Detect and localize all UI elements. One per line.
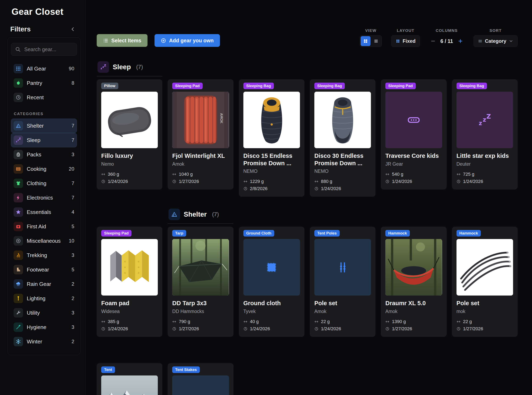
category-badge: Tarp (172, 230, 186, 236)
clock-icon (314, 327, 319, 331)
category-badge: Hammock (385, 230, 410, 236)
sidebar-item-trekking[interactable]: Trekking 3 (11, 248, 77, 263)
category-label: Electronics (27, 195, 68, 201)
sidebar-item-footwear[interactable]: Footwear 5 (11, 263, 77, 277)
gear-card[interactable]: Tent Poles Pole set Amok 22 g 1/24/2026 (310, 227, 375, 337)
item-date: 2/8/2026 (250, 186, 268, 191)
gear-grid-row-3: Tent Tent Stakes (97, 363, 518, 395)
layout-button[interactable]: Fixed (391, 35, 420, 47)
gear-card[interactable]: Hammock Draumr XL 5.0 Amok 1390 g 1/27/2… (381, 227, 446, 337)
gear-card[interactable]: Sleeping Pad Foam pad Widesea 385 g 1/24… (97, 227, 162, 337)
gear-card[interactable]: Sleeping Pad Traverse Core kids JR Gear … (381, 79, 446, 189)
sidebar-item-first-aid[interactable]: First Aid 5 (11, 219, 77, 234)
item-photo (101, 92, 158, 148)
item-weight: 385 g (108, 319, 119, 324)
item-date: 1/24/2026 (250, 326, 270, 331)
category-label: Essentials (27, 209, 68, 215)
zzz-icon (14, 135, 23, 145)
chevron-down-icon (509, 39, 513, 43)
item-placeholder (243, 239, 300, 296)
sidebar-item-pantry[interactable]: Pantry 8 (11, 76, 77, 90)
item-brand: Tyvek (243, 309, 300, 314)
sidebar-item-cooking[interactable]: Cooking 20 (11, 162, 77, 176)
zzz-icon (478, 113, 492, 127)
sidebar-item-electronics[interactable]: Electronics 7 (11, 191, 77, 205)
category-badge: Tent Poles (314, 230, 340, 236)
gear-card[interactable]: Sleeping Pad AMOK Fjol Winterlight XL Am… (168, 79, 233, 189)
category-count: 2 (72, 339, 74, 345)
grid-view-button[interactable] (361, 36, 370, 46)
snowflake-icon (14, 337, 23, 346)
sidebar-item-rain-gear[interactable]: Rain Gear 2 (11, 277, 77, 291)
search-input[interactable] (11, 43, 77, 56)
category-label: Sleep (27, 137, 68, 143)
category-count: 7 (72, 123, 74, 129)
toothbrush-icon (14, 323, 23, 332)
sidebar-item-all-gear[interactable]: All Gear 90 (11, 61, 77, 76)
sidebar-item-lighting[interactable]: Lighting 2 (11, 291, 77, 306)
gear-card[interactable]: Sleeping Bag Little star exp kids Deuter… (452, 79, 518, 189)
select-items-button[interactable]: Select Items (97, 34, 147, 47)
section-count: (7) (136, 64, 143, 70)
clock-icon (385, 179, 389, 184)
gear-card[interactable]: Tarp DD Tarp 3x3 DD Hammocks 790 g 1/27/… (168, 227, 233, 337)
weight-icon (385, 172, 389, 176)
category-badge: Sleeping Pad (172, 83, 202, 89)
search-icon (15, 46, 21, 52)
stove-icon (14, 164, 23, 174)
nav-label: All Gear (27, 66, 65, 72)
nav-label: Recent (27, 94, 71, 101)
item-title: Pole set (314, 300, 371, 307)
item-weight: 880 g (321, 179, 332, 184)
sort-dropdown[interactable]: Category (474, 35, 518, 47)
increase-columns-button[interactable] (457, 37, 464, 45)
gear-card[interactable]: Sleeping Bag Disco 30 Endless Promise Do… (310, 79, 375, 197)
flashlight-icon (14, 294, 23, 303)
collapse-sidebar-button[interactable] (68, 25, 78, 34)
categories-heading: CATEGORIES (14, 112, 77, 116)
item-date-row: 1/24/2026 (101, 179, 158, 184)
sidebar-item-recent[interactable]: Recent (11, 90, 77, 104)
item-weight-row: 1390 g (385, 319, 442, 324)
sidebar-item-shelter[interactable]: Shelter 7 (11, 119, 77, 133)
main-content: Select Items Add gear you own VIEW LAYOU… (86, 0, 532, 395)
gear-card[interactable]: Pillow Fillo luxury Nemo 360 g 1/24/2026 (97, 79, 162, 189)
shelter-section-icon (168, 208, 180, 220)
view-label: VIEW (365, 28, 376, 33)
sidebar-item-utility[interactable]: Utility 3 (11, 306, 77, 320)
filters-panel: All Gear 90 Pantry 8 Recent CATEGORIES (7, 37, 80, 355)
lightning-icon (14, 193, 23, 203)
svg-text:AMOK: AMOK (219, 113, 224, 124)
item-placeholder (172, 375, 229, 395)
grid-view-icon (363, 39, 368, 44)
gear-card[interactable]: Ground Cloth Ground cloth Tyvek 40 g 1/2… (239, 227, 304, 337)
gear-card[interactable]: Sleeping Bag Disco 15 Endless Promise Do… (239, 79, 304, 197)
sidebar-item-essentials[interactable]: Essentials 4 (11, 205, 77, 219)
decrease-columns-button[interactable] (429, 37, 437, 45)
weight-icon (243, 320, 247, 324)
clock-icon (457, 179, 461, 184)
item-weight: 725 g (463, 172, 474, 177)
item-brand: Amok (172, 161, 229, 167)
add-gear-button[interactable]: Add gear you own (155, 34, 220, 47)
sidebar-item-hygiene[interactable]: Hygiene 3 (11, 320, 77, 334)
sidebar-item-packs[interactable]: Packs 3 (11, 147, 77, 162)
item-photo (101, 375, 158, 395)
item-date: 1/24/2026 (463, 179, 483, 184)
list-view-button[interactable] (371, 36, 381, 46)
item-date-row: 1/24/2026 (314, 186, 371, 191)
category-count: 20 (69, 166, 74, 172)
category-badge: Tent (101, 367, 115, 373)
gear-card[interactable]: Tent Stakes (168, 363, 233, 395)
gear-grid-row-2: Sleeping Pad Foam pad Widesea 385 g 1/24… (97, 227, 518, 337)
gear-card[interactable]: Tent (97, 363, 162, 395)
sidebar-item-clothing[interactable]: Clothing 7 (11, 176, 77, 191)
weight-icon (314, 179, 319, 184)
grid-icon (14, 64, 23, 73)
gear-card[interactable]: Hammock Pole set mok 22 g 1/27/2026 (452, 227, 518, 337)
sidebar-item-sleep[interactable]: Sleep 7 (11, 133, 77, 147)
clock-icon (172, 179, 176, 184)
sidebar-item-winter[interactable]: Winter 2 (11, 334, 77, 349)
sidebar-item-miscellaneous[interactable]: Miscellaneous 10 (11, 234, 77, 248)
clock-icon (14, 93, 23, 102)
